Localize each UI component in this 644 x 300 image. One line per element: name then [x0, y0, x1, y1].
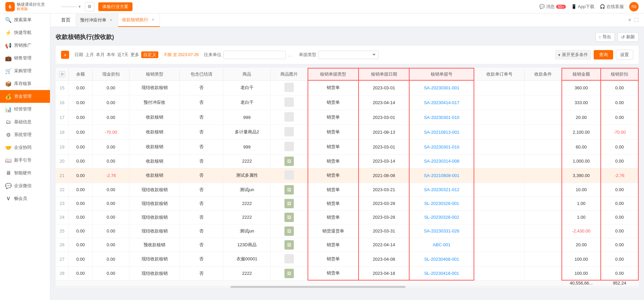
date-last-month[interactable]: 上月 [85, 52, 94, 58]
sidebar-item-guide[interactable]: 📖 新手引导 [0, 154, 50, 167]
cell-type: 收款核销 [129, 154, 180, 168]
tab-collection[interactable]: 收款核销执行 × [118, 13, 160, 27]
cell-doc-type: 销货单 [308, 139, 359, 154]
refresh-button[interactable]: ↺ 刷新 [618, 32, 639, 42]
message-btn[interactable]: 💬 消息 99+ [539, 4, 566, 10]
sidebar-item-basic-info[interactable]: 🗂 基础信息 [0, 116, 50, 128]
th-settings[interactable]: ⚙ [56, 68, 69, 80]
sidebar-item-system[interactable]: ⚙ 系统管理 [0, 128, 50, 141]
sidebar-item-marketing[interactable]: 📢 营销推广 [0, 39, 50, 52]
cell-type: 收款核销 [129, 125, 180, 139]
cell-included: 否 [180, 210, 223, 224]
trial-button[interactable]: 体验行业方案 [98, 2, 132, 11]
doc-no-link[interactable]: SL-20230408-001 [424, 257, 459, 262]
cell-doc-date: 2021-08-13 [359, 125, 409, 139]
sidebar-item-quick-nav[interactable]: ⚡ 快捷导航 [0, 26, 50, 39]
sidebar-item-hardware[interactable]: 🖥 智能硬件 [0, 167, 50, 179]
doc-no-link[interactable]: SA-20230331-026 [424, 228, 460, 233]
cell-goods-img: 🖼 [271, 197, 308, 210]
cell-order-no [474, 125, 524, 139]
date-7days[interactable]: 近7天 [117, 52, 128, 58]
marketing-icon: 📢 [5, 42, 11, 48]
cell-goods-img [271, 168, 308, 183]
single-type-select[interactable] [318, 51, 379, 59]
app-download-btn[interactable]: 📱 App下载 [571, 4, 594, 10]
top-bar-right: 💬 消息 99+ 📱 App下载 🎧 在线客服 Rit [539, 2, 639, 11]
doc-no-link[interactable]: SA-20230414-017 [424, 100, 460, 105]
cell-discount: 0.00 [601, 210, 638, 224]
tab-prepay-close[interactable]: × [108, 17, 114, 23]
cell-order-no [474, 139, 524, 154]
cell-included: 否 [180, 154, 223, 168]
doc-no-link[interactable]: SA-20210808-001 [424, 173, 460, 178]
cell-amount: 100.00 [562, 266, 601, 280]
cell-order-no [474, 224, 524, 238]
cell-cash-discount: -70.00 [93, 125, 129, 139]
sidebar-item-search[interactable]: 🔍 搜索菜单 [0, 13, 50, 26]
company-selector[interactable]: ▾ [61, 4, 81, 9]
cell-type: 现结收款核销 [129, 210, 180, 224]
online-service-btn[interactable]: 🎧 在线客服 [600, 4, 624, 10]
cell-doc-date: 2023-04-14 [359, 95, 409, 110]
filter-expand-button[interactable]: » [61, 51, 69, 59]
doc-no-link[interactable]: SL-20230328-002 [424, 215, 459, 220]
cell-discount: 0.00 [601, 238, 638, 252]
doc-no-link[interactable]: SL-20230328-001 [424, 201, 459, 206]
download-icon: 📱 [571, 4, 577, 9]
date-custom[interactable]: 自定义 [141, 51, 158, 58]
doc-no-link[interactable]: SA-20210813-001 [424, 130, 460, 135]
sidebar-item-wechat[interactable]: 💬 企业微信 [0, 179, 50, 192]
cell-balance: 0.00 [69, 125, 93, 139]
cell-included: 否 [180, 125, 223, 139]
settings-button[interactable]: 设置 [616, 50, 633, 60]
doc-no-link[interactable]: SA-20230314-008 [424, 159, 460, 164]
cell-amount: 3,390.00 [562, 168, 601, 183]
quick-nav-icon: ⚡ [5, 30, 11, 36]
doc-no-link[interactable]: SA-20230301-010 [424, 144, 460, 149]
doc-no-link[interactable]: ABC-001 [433, 242, 450, 247]
window-close-icon[interactable]: ✕ [628, 17, 632, 23]
cell-amount: 100.00 [562, 252, 601, 266]
date-more[interactable]: 更多 [130, 52, 139, 58]
scrollbar-thumb[interactable] [230, 286, 405, 288]
sidebar-label-system: 系统管理 [14, 132, 32, 138]
expand-conditions-btn[interactable]: ▾ 展开更多条件 [555, 50, 591, 59]
horizontal-scrollbar[interactable] [56, 286, 639, 288]
page-title: 收款核销执行(按收款) [56, 33, 114, 41]
export-button[interactable]: ↑ 导出 [595, 32, 615, 42]
date-this-year[interactable]: 本年 [107, 52, 115, 58]
main-area: 首页 预付冲应付单 × 收款核销执行 × ✕ ⛶ 收款核销执行(按收款) [50, 13, 644, 300]
cell-doc-date: 2023-03-31 [359, 224, 409, 238]
system-icon: ⚙ [5, 132, 11, 138]
window-maximize-icon[interactable]: ⛶ [634, 17, 639, 23]
sidebar-item-finance[interactable]: 💰 资金管理 [0, 90, 50, 103]
cell-type: 收款核销 [129, 110, 180, 125]
company-name [61, 6, 77, 7]
sidebar-item-member[interactable]: V 畅会员 [0, 192, 50, 205]
sidebar-item-purchase[interactable]: 🛒 采购管理 [0, 65, 50, 77]
sidebar-item-operations[interactable]: 📊 经营管理 [0, 103, 50, 116]
cell-cash-discount: 0.00 [93, 224, 129, 238]
doc-no-link[interactable]: SL-20230418-001 [424, 271, 459, 276]
column-settings-icon[interactable]: ⚙ [59, 71, 65, 77]
message-badge: 99+ [556, 5, 566, 9]
cell-discount: 0.00 [601, 252, 638, 266]
date-this-month[interactable]: 本月 [96, 52, 105, 58]
user-avatar[interactable]: Rit [629, 2, 639, 11]
sidebar-item-sales[interactable]: 💼 销售管理 [0, 52, 50, 65]
sidebar-item-enterprise[interactable]: 🤝 企业协同 [0, 141, 50, 154]
sidebar-item-inventory[interactable]: 📦 库存核算 [0, 77, 50, 90]
tab-home[interactable]: 首页 [56, 13, 76, 27]
cell-goods: 测试jun [223, 224, 271, 238]
cell-balance: 0.00 [69, 224, 93, 238]
settings-icon[interactable]: ⚙ [85, 2, 94, 11]
tab-collection-close[interactable]: × [150, 17, 156, 23]
doc-no-link[interactable]: SA-20230301-010 [424, 115, 460, 120]
doc-no-link[interactable]: SA-20230301-001 [424, 85, 460, 90]
doc-no-link[interactable]: SA-20230321-012 [424, 187, 460, 192]
from-unit-input[interactable] [223, 51, 286, 59]
cell-goods: 999 [223, 110, 271, 125]
tab-prepay[interactable]: 预付冲应付单 × [76, 13, 118, 27]
query-button[interactable]: 查询 [594, 50, 613, 59]
cell-order-no [474, 252, 524, 266]
